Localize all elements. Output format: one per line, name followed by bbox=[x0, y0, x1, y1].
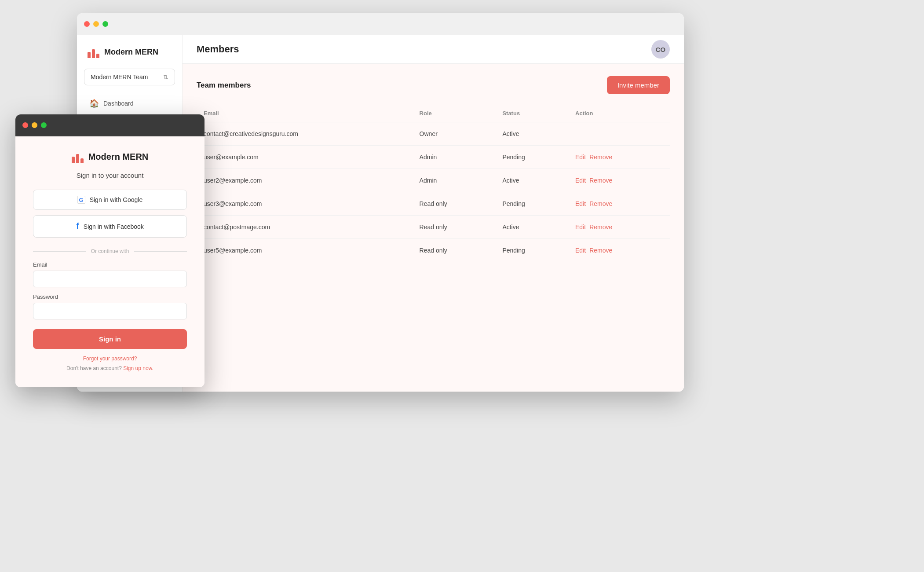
cell-email: user5@example.com bbox=[197, 239, 413, 262]
main-content: Members CO Team members Invite member Em… bbox=[183, 35, 684, 392]
team-selector-label: Modern MERN Team bbox=[91, 73, 148, 81]
facebook-btn-label: Sign in with Facebook bbox=[84, 223, 144, 230]
password-group: Password bbox=[33, 293, 187, 319]
login-window: Modern MERN Sign in to your account G Si… bbox=[15, 114, 205, 387]
remove-action[interactable]: Remove bbox=[589, 154, 612, 161]
cell-status: Pending bbox=[495, 146, 568, 169]
cell-status: Active bbox=[495, 216, 568, 239]
maximize-button-login[interactable] bbox=[41, 122, 47, 128]
footer-links: Forgot your password? Don't have an acco… bbox=[66, 354, 153, 373]
members-section-bg: Team members Invite member bbox=[183, 64, 684, 105]
team-selector[interactable]: Modern MERN Team ⇅ bbox=[84, 69, 175, 85]
password-field[interactable] bbox=[33, 303, 187, 319]
table-row: user5@example.comRead onlyPendingEditRem… bbox=[197, 239, 670, 262]
cell-email: user@example.com bbox=[197, 146, 413, 169]
login-brand-name: Modern MERN bbox=[88, 152, 149, 162]
brand-icon bbox=[88, 46, 100, 58]
cell-action: EditRemove bbox=[568, 239, 670, 262]
cell-status: Pending bbox=[495, 239, 568, 262]
table-row: user2@example.comAdminActiveEditRemove bbox=[197, 169, 670, 192]
home-icon: 🏠 bbox=[89, 99, 99, 108]
minimize-button-login[interactable] bbox=[32, 122, 37, 128]
cell-email: contact@postmage.com bbox=[197, 216, 413, 239]
google-btn-label: Sign in with Google bbox=[90, 196, 143, 203]
google-signin-button[interactable]: G Sign in with Google bbox=[33, 190, 187, 210]
signin-button[interactable]: Sign in bbox=[33, 329, 187, 349]
cell-status: Active bbox=[495, 122, 568, 146]
or-divider: Or continue with bbox=[33, 248, 187, 254]
or-text: Or continue with bbox=[91, 248, 129, 254]
cell-email: user2@example.com bbox=[197, 169, 413, 192]
edit-action[interactable]: Edit bbox=[575, 177, 586, 184]
table-row: contact@creativedesignsguru.comOwnerActi… bbox=[197, 122, 670, 146]
email-field[interactable] bbox=[33, 271, 187, 287]
divider-line-right bbox=[134, 251, 187, 252]
cell-role: Admin bbox=[413, 169, 496, 192]
login-brand: Modern MERN bbox=[72, 150, 149, 163]
cell-action: EditRemove bbox=[568, 216, 670, 239]
sidebar-item-label: Dashboard bbox=[103, 100, 134, 107]
titlebar-front bbox=[15, 114, 205, 136]
sidebar-item-dashboard[interactable]: 🏠 Dashboard bbox=[84, 94, 175, 113]
email-group: Email bbox=[33, 261, 187, 287]
cell-role: Admin bbox=[413, 146, 496, 169]
cell-status: Pending bbox=[495, 192, 568, 216]
login-body: Modern MERN Sign in to your account G Si… bbox=[15, 136, 205, 387]
members-table: Email Role Status Action contact@creativ… bbox=[197, 105, 670, 262]
cell-action: EditRemove bbox=[568, 169, 670, 192]
edit-action[interactable]: Edit bbox=[575, 200, 586, 207]
titlebar-back bbox=[77, 13, 684, 35]
divider-line-left bbox=[33, 251, 86, 252]
facebook-signin-button[interactable]: f Sign in with Facebook bbox=[33, 215, 187, 238]
edit-action[interactable]: Edit bbox=[575, 154, 586, 161]
edit-action[interactable]: Edit bbox=[575, 224, 586, 231]
cell-role: Read only bbox=[413, 216, 496, 239]
cell-role: Read only bbox=[413, 239, 496, 262]
password-label: Password bbox=[33, 293, 187, 300]
email-label: Email bbox=[33, 261, 187, 268]
brand: Modern MERN bbox=[84, 46, 175, 58]
table-row: user3@example.comRead onlyPendingEditRem… bbox=[197, 192, 670, 216]
col-header-action: Action bbox=[568, 105, 670, 122]
invite-member-button[interactable]: Invite member bbox=[607, 76, 670, 94]
login-subtitle: Sign in to your account bbox=[77, 172, 144, 179]
cell-email: contact@creativedesignsguru.com bbox=[197, 122, 413, 146]
table-row: user@example.comAdminPendingEditRemove bbox=[197, 146, 670, 169]
cell-action bbox=[568, 122, 670, 146]
col-header-email: Email bbox=[197, 105, 413, 122]
page-title: Members bbox=[197, 44, 239, 55]
remove-action[interactable]: Remove bbox=[589, 224, 612, 231]
close-button-login[interactable] bbox=[22, 122, 28, 128]
edit-action[interactable]: Edit bbox=[575, 247, 586, 254]
remove-action[interactable]: Remove bbox=[589, 177, 612, 184]
section-header: Team members Invite member bbox=[197, 76, 670, 94]
cell-action: EditRemove bbox=[568, 146, 670, 169]
cell-role: Owner bbox=[413, 122, 496, 146]
forgot-password-link[interactable]: Forgot your password? bbox=[83, 356, 137, 362]
remove-action[interactable]: Remove bbox=[589, 200, 612, 207]
cell-status: Active bbox=[495, 169, 568, 192]
close-button[interactable] bbox=[84, 21, 90, 27]
remove-action[interactable]: Remove bbox=[589, 247, 612, 254]
table-row: contact@postmage.comRead onlyActiveEditR… bbox=[197, 216, 670, 239]
cell-action: EditRemove bbox=[568, 192, 670, 216]
col-header-role: Role bbox=[413, 105, 496, 122]
col-header-status: Status bbox=[495, 105, 568, 122]
minimize-button[interactable] bbox=[93, 21, 99, 27]
avatar[interactable]: CO bbox=[651, 40, 670, 59]
maximize-button[interactable] bbox=[102, 21, 108, 27]
signup-link[interactable]: Sign up now. bbox=[123, 365, 153, 371]
main-header: Members CO bbox=[183, 35, 684, 64]
brand-name: Modern MERN bbox=[104, 48, 158, 57]
google-icon: G bbox=[77, 196, 85, 204]
cell-email: user3@example.com bbox=[197, 192, 413, 216]
facebook-icon: f bbox=[76, 221, 79, 231]
login-brand-icon bbox=[72, 150, 84, 163]
chevron-updown-icon: ⇅ bbox=[163, 73, 168, 81]
cell-role: Read only bbox=[413, 192, 496, 216]
members-table-section: Email Role Status Action contact@creativ… bbox=[183, 105, 684, 392]
section-title: Team members bbox=[197, 81, 251, 90]
signup-text: Don't have an account? bbox=[66, 365, 122, 371]
